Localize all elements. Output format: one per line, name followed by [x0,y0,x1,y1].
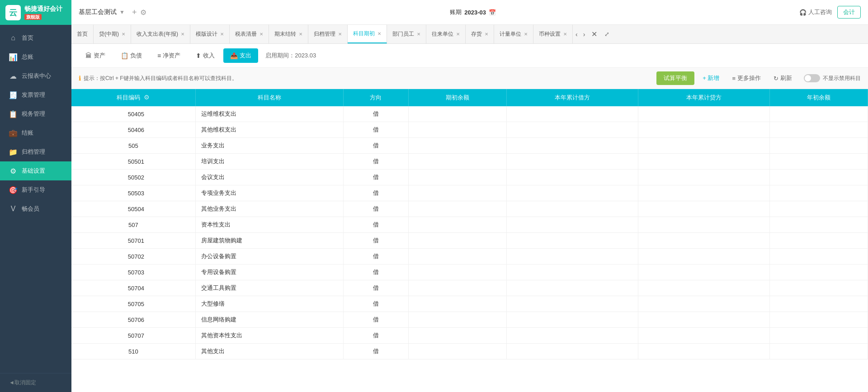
disabled-toggle[interactable] [804,74,820,82]
table-row[interactable]: 510 其他支出 借 [71,344,868,359]
cell-year-start [769,122,868,138]
cell-year-start [769,296,868,312]
sidebar-item-首页[interactable]: ⌂首页 [0,28,71,47]
topbar-actions: + ⚙ [132,8,147,17]
table-row[interactable]: 50704 交通工具购置 借 [71,280,868,296]
cell-code: 50704 [71,280,195,296]
tab-prev-btn[interactable]: ‹ [573,25,580,43]
tab-收入支出表(年报)[interactable]: 收入支出表(年报)✕ [131,25,190,43]
tab-存货[interactable]: 存货✕ [466,25,494,43]
sidebar-item-云报表中心[interactable]: ☁云报表中心 [0,66,71,85]
refresh-icon: ↻ [774,75,778,82]
table-row[interactable]: 50406 其他维权支出 借 [71,122,868,138]
tab-close-icon[interactable]: ✕ [524,32,528,37]
cell-code: 50503 [71,185,195,201]
tab-close-icon[interactable]: ✕ [122,32,125,37]
add-btn[interactable]: + 新增 [698,71,724,85]
subtab-支出[interactable]: 📤支出 [223,48,258,63]
settings-icon[interactable]: ⚙ [140,8,146,17]
table-row[interactable]: 50503 专项业务支出 借 [71,185,868,201]
cell-name: 房屋建筑物购建 [195,233,343,249]
cell-ytd-debit [507,106,638,122]
col-header-1: 科目名称 [195,89,343,106]
sidebar-item-税务管理[interactable]: 📋税务管理 [0,104,71,123]
help-button[interactable]: 🎧 人工咨询 [799,8,832,16]
table-row[interactable]: 50707 其他资本性支出 借 [71,328,868,344]
tab-往来单位[interactable]: 往来单位✕ [426,25,466,43]
tab-模版设计[interactable]: 模版设计✕ [190,25,230,43]
tab-expand-btn[interactable]: ⤢ [601,25,613,43]
table-row[interactable]: 50501 培训支出 借 [71,154,868,170]
tab-close-icon[interactable]: ✕ [220,32,224,37]
sidebar-item-发票管理[interactable]: 🧾发票管理 [0,85,71,104]
tab-close-icon[interactable]: ✕ [417,32,420,37]
tab-归档管理[interactable]: 归档管理✕ [308,25,348,43]
subtab-负债[interactable]: 📋负债 [114,48,149,63]
sidebar-item-畅会员[interactable]: V畅会员 [0,199,71,218]
tab-税表清册[interactable]: 税表清册✕ [230,25,269,43]
table-row[interactable]: 507 资本性支出 借 [71,217,868,233]
sidebar-item-结账[interactable]: 💼结账 [0,123,71,142]
cell-direction: 借 [344,280,409,296]
tab-close-icon[interactable]: ✕ [338,32,342,37]
tab-期末结转[interactable]: 期末结转✕ [269,25,308,43]
cell-direction: 借 [344,249,409,264]
tab-贷(中期)[interactable]: 贷(中期)✕ [94,25,131,43]
calendar-icon[interactable]: 📅 [489,9,496,16]
cell-year-start [769,280,868,296]
sidebar-item-归档管理[interactable]: 📁归档管理 [0,142,71,161]
refresh-btn[interactable]: ↻ 刷新 [769,71,797,85]
cell-opening [408,249,506,264]
tab-close-icon[interactable]: ✕ [456,32,460,37]
table-row[interactable]: 50701 房屋建筑物购建 借 [71,233,868,249]
table-row[interactable]: 50504 其他业务支出 借 [71,201,868,217]
tab-close-icon[interactable]: ✕ [299,32,302,37]
table-row[interactable]: 505 业务支出 借 [71,138,868,154]
account-button[interactable]: 会计 [837,6,861,19]
logo-text: 畅捷通好会计 旗舰版 [24,5,62,20]
tab-首页[interactable]: 首页 [71,25,94,43]
more-actions-btn[interactable]: ≡ 更多操作 [727,71,765,85]
column-settings-icon[interactable]: ⚙ [144,94,150,101]
cell-ytd-credit [638,249,769,264]
cell-ytd-debit [507,122,638,138]
tab-next-btn[interactable]: › [580,25,588,43]
cell-ytd-credit [638,328,769,344]
add-tab-btn[interactable]: + [132,8,137,17]
cell-code: 507 [71,217,195,233]
balance-btn[interactable]: 试算平衡 [656,71,694,85]
nav-icon-7: ⚙ [9,167,17,175]
table-row[interactable]: 50706 信息网络购建 借 [71,312,868,328]
table-row[interactable]: 50502 会议支出 借 [71,170,868,185]
tab-close-icon[interactable]: ✕ [377,31,381,36]
table-row[interactable]: 50705 大型修缮 借 [71,296,868,312]
cell-direction: 借 [344,344,409,359]
tab-币种设置[interactable]: 币种设置✕ [533,25,573,43]
subtab-净资产[interactable]: ≡净资产 [151,48,187,63]
tab-close-icon[interactable]: ✕ [181,32,184,37]
table-row[interactable]: 50703 专用设备购置 借 [71,264,868,280]
subtab-资产[interactable]: 🏛资产 [79,48,112,63]
tab-计量单位[interactable]: 计量单位✕ [494,25,533,43]
cell-direction: 借 [344,185,409,201]
sidebar-item-总账[interactable]: 📊总账 [0,47,71,66]
cell-year-start [769,344,868,359]
subtab-收入[interactable]: ⬆收入 [189,48,222,63]
tab-close-icon[interactable]: ✕ [485,32,488,37]
tab-科目期初[interactable]: 科目期初✕ [348,25,387,43]
tab-部门员工[interactable]: 部门员工✕ [387,25,426,43]
table-body: 50405 运维维权支出 借 50406 其他维权支出 借 505 业务支出 借… [71,106,868,359]
table-row[interactable]: 50702 办公设备购置 借 [71,249,868,264]
sidebar-item-基础设置[interactable]: ⚙基础设置 [0,161,71,180]
cell-ytd-credit [638,201,769,217]
dropdown-icon[interactable]: ▼ [119,9,125,15]
table-row[interactable]: 50405 运维维权支出 借 [71,106,868,122]
tab-close-all-btn[interactable]: ✕ [588,25,601,43]
tab-close-icon[interactable]: ✕ [259,32,263,37]
cell-ytd-credit [638,233,769,249]
sidebar-footer[interactable]: ◄取消固定 [0,373,71,392]
tab-close-icon[interactable]: ✕ [563,32,567,37]
sidebar-item-新手引导[interactable]: 🎯新手引导 [0,180,71,199]
nav-icon-9: V [9,205,17,213]
headset-icon: 🎧 [799,9,807,16]
